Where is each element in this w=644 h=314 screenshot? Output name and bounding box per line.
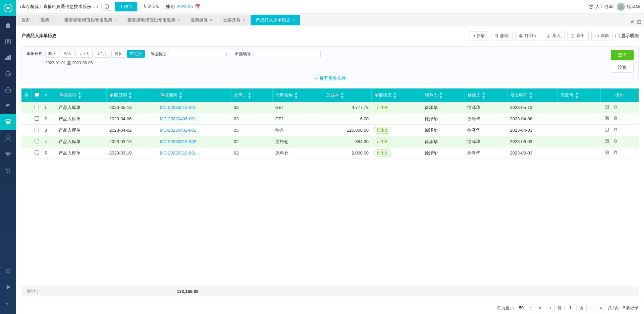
tab-invoice-issue-close[interactable]: ×	[243, 18, 245, 22]
row-checkbox[interactable]	[32, 136, 42, 147]
tab-invoice-calc[interactable]: 发票测算 ×	[185, 15, 217, 25]
print-btn[interactable]: 打印 ▾	[515, 31, 540, 41]
tab-invoice[interactable]: 发票 ×	[36, 15, 59, 25]
tab-close-all-icon[interactable]: ✕	[630, 19, 634, 25]
row-edit-btn[interactable]	[603, 115, 610, 122]
tab-home[interactable]: 首页	[16, 15, 35, 25]
new-btn[interactable]: + 新增	[470, 31, 488, 41]
sidebar-item-settings[interactable]	[0, 263, 16, 279]
company-dropdown-icon[interactable]: ▾	[96, 4, 99, 9]
sidebar-item-assets[interactable]	[0, 82, 16, 98]
th-number[interactable]: 单据编号 ▲▼	[157, 88, 231, 102]
workbench-button[interactable]: 工作台	[115, 2, 137, 11]
row-select-checkbox[interactable]	[35, 128, 39, 132]
user-menu[interactable]: 徐泽华	[617, 3, 640, 11]
th-checkbox[interactable]	[32, 88, 42, 102]
type-select[interactable]	[169, 50, 229, 58]
th-modify-time[interactable]: 修改时间 ▲▼	[507, 88, 558, 102]
tab-expand-icon[interactable]: ⊡	[637, 19, 641, 25]
export-btn[interactable]: 导出	[567, 31, 589, 41]
sidebar-item-inventory[interactable]	[0, 114, 16, 130]
th-creator[interactable]: 制单人 ▲▼	[422, 88, 465, 102]
row-number[interactable]: MC-20230319-001	[157, 147, 231, 159]
th-total-cost[interactable]: 总成本 ▲▼	[323, 88, 371, 102]
tab-invoice-close[interactable]: ×	[51, 18, 54, 22]
sidebar-item-media[interactable]	[0, 279, 16, 295]
per-page-select[interactable]: 50 20 100	[517, 305, 533, 311]
query-button[interactable]: 查询	[611, 50, 634, 60]
th-status[interactable]: 单据状态 ▲▼	[371, 88, 422, 102]
th-warehouse-name[interactable]: 仓库名称 ▲▼	[273, 88, 323, 102]
tab-invoice-issue[interactable]: 发票开具 ×	[218, 15, 250, 25]
prev-page-btn[interactable]: ‹	[547, 304, 555, 312]
date-btn-today[interactable]: 今天	[61, 50, 75, 58]
th-warehouse-code[interactable]: 仓库... ▲▼	[231, 88, 273, 102]
row-select-checkbox[interactable]	[35, 139, 39, 143]
sidebar-item-purchase[interactable]	[0, 162, 16, 178]
tab-purchase-vat-close[interactable]: ×	[177, 18, 180, 22]
row-checkbox[interactable]	[32, 102, 42, 113]
import-btn[interactable]: 导入	[543, 31, 565, 41]
row-edit-btn[interactable]	[603, 104, 610, 111]
page-input[interactable]	[565, 305, 577, 311]
switch-version-button[interactable]: 切到旧版	[140, 2, 163, 11]
row-checkbox[interactable]	[32, 125, 42, 136]
print-dropdown-icon[interactable]: ▾	[534, 34, 537, 39]
sidebar-item-tax[interactable]	[0, 98, 16, 114]
tab-sales-vat[interactable]: 查看销项增值税专用发票 ×	[59, 15, 122, 25]
sidebar-item-reports[interactable]	[0, 50, 16, 66]
th-settings[interactable]	[21, 88, 32, 102]
next-page-btn[interactable]: ›	[586, 304, 594, 312]
row-delete-btn[interactable]	[612, 149, 619, 156]
set-button[interactable]: 设置	[611, 62, 634, 73]
sidebar-item-analytics[interactable]	[0, 66, 16, 82]
refresh-btn[interactable]: 刷新	[591, 31, 613, 41]
expand-btn[interactable]: 展开更多条件	[314, 75, 346, 81]
date-btn-custom[interactable]: 自定义	[127, 50, 145, 58]
date-btn-1month[interactable]: 近1月	[94, 50, 110, 58]
row-delete-btn[interactable]	[612, 138, 619, 145]
date-btn-7days[interactable]: 近7天	[76, 50, 93, 58]
row-checkbox[interactable]	[32, 113, 42, 125]
select-all-checkbox[interactable]	[35, 92, 39, 97]
sidebar-item-voucher[interactable]	[0, 34, 16, 50]
doc-btn[interactable]	[101, 3, 112, 11]
sidebar-item-more[interactable]: V	[0, 295, 16, 311]
last-page-btn[interactable]: »	[597, 304, 605, 312]
th-voucher[interactable]: 凭证号 ▲▼	[558, 88, 600, 102]
row-number[interactable]: MC-20230513-001	[157, 102, 231, 113]
row-select-checkbox[interactable]	[35, 116, 39, 121]
tab-purchase-vat[interactable]: 查看进项增值税专用发票 ×	[122, 15, 185, 25]
delete-btn[interactable]: 删除	[491, 31, 513, 41]
first-page-btn[interactable]: «	[536, 304, 544, 312]
sidebar-item-home[interactable]	[0, 17, 16, 34]
row-select-checkbox[interactable]	[35, 150, 39, 155]
row-edit-btn[interactable]	[603, 138, 610, 145]
company-selector[interactable]: (库存核算）直播轻娱通信息技术股份... ▾	[20, 4, 99, 10]
row-edit-btn[interactable]	[603, 127, 610, 134]
tab-invoice-calc-close[interactable]: ×	[210, 18, 212, 22]
support-btn[interactable]: 人工咨询	[589, 4, 613, 10]
row-select-checkbox[interactable]	[35, 105, 39, 109]
row-checkbox[interactable]	[32, 147, 42, 159]
row-number[interactable]: MC-20230402-001	[157, 125, 231, 136]
sidebar-item-payroll[interactable]	[0, 130, 16, 146]
row-delete-btn[interactable]	[612, 127, 619, 134]
row-delete-btn[interactable]	[612, 104, 619, 111]
tab-sales-vat-close[interactable]: ×	[114, 18, 117, 22]
th-date[interactable]: 单据日期 ▲▼	[107, 88, 157, 102]
tab-product-inbound[interactable]: 产成品入库单历史 ×	[251, 15, 300, 25]
show-detail-checkbox[interactable]	[615, 34, 620, 38]
row-number[interactable]: MC-20230319-002	[157, 136, 231, 147]
tab-product-inbound-close[interactable]: ×	[292, 18, 295, 22]
row-delete-btn[interactable]	[612, 115, 619, 122]
sidebar-item-bank[interactable]	[0, 146, 16, 162]
date-btn-yesterday[interactable]: 昨天	[45, 50, 59, 58]
app-logo[interactable]	[0, 0, 16, 16]
date-btn-more[interactable]: 更多	[111, 50, 125, 58]
row-number[interactable]: MC-20230406-001	[157, 113, 231, 125]
show-detail-toggle[interactable]: 显示明细	[615, 33, 639, 39]
th-modifier[interactable]: 修改人 ▲▼	[465, 88, 507, 102]
th-type[interactable]: 单据类型 ▲▼	[56, 88, 107, 102]
row-edit-btn[interactable]	[603, 149, 610, 156]
